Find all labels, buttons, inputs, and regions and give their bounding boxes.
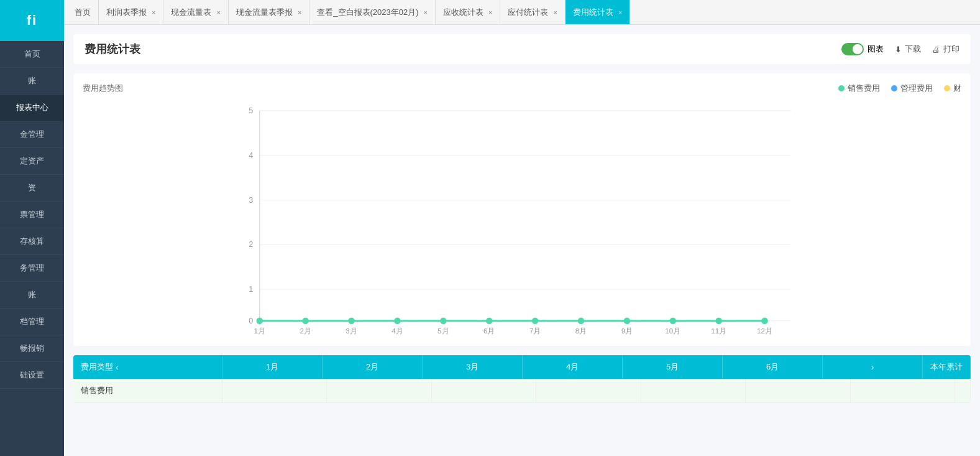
page-title: 费用统计表: [85, 42, 140, 57]
table-header-m6: 6月: [723, 355, 823, 379]
chart-toggle[interactable]: [841, 43, 864, 55]
svg-text:2: 2: [249, 240, 253, 249]
svg-point-23: [715, 317, 722, 324]
legend-admin-expense: 管理费用: [891, 83, 933, 94]
tab-close-payable[interactable]: ×: [553, 0, 557, 25]
table-cell-ytd: [955, 379, 971, 402]
table-cell-m2: [327, 379, 431, 402]
table-header-m4: 4月: [523, 355, 623, 379]
table-nav-prev[interactable]: ‹: [116, 362, 119, 372]
tab-cashflow[interactable]: 现金流量表 ×: [163, 0, 228, 25]
sidebar-item-finance[interactable]: 金管理: [0, 121, 64, 148]
tab-profit-quarterly[interactable]: 利润表季报 ×: [99, 0, 163, 25]
sidebar-item-expense[interactable]: 畅报销: [0, 335, 64, 362]
legend-label-sales: 销售费用: [848, 83, 880, 94]
svg-text:1: 1: [249, 285, 253, 294]
download-icon: ⬇: [895, 45, 902, 54]
table-nav-next-icon[interactable]: ›: [871, 362, 874, 372]
svg-text:1月: 1月: [254, 327, 265, 335]
svg-point-13: [257, 317, 263, 324]
chart-svg-container: 5 4 3 2 1 0: [83, 100, 961, 337]
svg-text:0: 0: [249, 317, 253, 325]
print-button[interactable]: 🖨 打印: [932, 44, 959, 55]
chart-toggle-wrap: 图表: [841, 43, 884, 55]
svg-point-14: [302, 317, 309, 324]
tab-blank-report[interactable]: 查看_空白报表(2023年02月) ×: [309, 0, 436, 25]
table-header-m1: 1月: [222, 355, 323, 379]
download-button[interactable]: ⬇ 下载: [895, 44, 921, 55]
tab-close-cashflow[interactable]: ×: [216, 0, 220, 25]
tab-close-cashflow-quarterly[interactable]: ×: [298, 0, 301, 25]
sidebar-logo: fi: [0, 0, 64, 41]
tab-payable[interactable]: 应付统计表 ×: [500, 0, 565, 25]
chart-card: 费用趋势图 销售费用 管理费用 财: [73, 73, 971, 346]
header-actions: 图表 ⬇ 下载 🖨 打印: [841, 43, 959, 55]
sidebar-item-service[interactable]: 务管理: [0, 255, 64, 282]
main-area: 首页 利润表季报 × 现金流量表 × 现金流量表季报 × 查看_空白报表(202…: [64, 0, 980, 456]
chart-toggle-label: 图表: [868, 44, 884, 55]
table-header-nav-next[interactable]: ›: [823, 355, 923, 379]
sidebar-item-reports[interactable]: 报表中心: [0, 95, 64, 121]
svg-text:2月: 2月: [300, 327, 311, 335]
tab-close-profit-quarterly[interactable]: ×: [152, 0, 155, 25]
sidebar-item-fixed-assets[interactable]: 定资产: [0, 148, 64, 175]
legend-finance-expense: 财: [944, 83, 961, 94]
tab-close-blank-report[interactable]: ×: [424, 0, 428, 25]
svg-text:10月: 10月: [665, 327, 680, 335]
legend-sales-expense: 销售费用: [838, 83, 880, 94]
svg-text:9月: 9月: [621, 327, 633, 335]
table-cell-m5: [641, 379, 746, 402]
print-icon: 🖨: [932, 45, 940, 54]
chart-header: 费用趋势图 销售费用 管理费用 财: [83, 83, 961, 94]
svg-point-16: [394, 317, 401, 324]
content-area: 费用统计表 图表 ⬇ 下载 🖨 打印 费用趋势图: [64, 25, 980, 456]
sidebar-item-inventory[interactable]: 存核算: [0, 228, 64, 255]
sidebar-item-invoice[interactable]: 票管理: [0, 202, 64, 228]
table-cell-m3: [432, 379, 536, 402]
tab-expense-stats[interactable]: 费用统计表 ×: [566, 0, 630, 25]
sidebar-item-archive[interactable]: 档管理: [0, 309, 64, 335]
svg-point-15: [348, 317, 355, 324]
svg-point-21: [624, 317, 631, 324]
table-header-m2: 2月: [323, 355, 423, 379]
svg-text:12月: 12月: [757, 327, 772, 335]
table-cell-nav: [851, 379, 955, 402]
sidebar-item-account[interactable]: 账: [0, 68, 64, 95]
svg-text:4: 4: [249, 151, 253, 160]
sidebar-item-capital[interactable]: 资: [0, 175, 64, 202]
sidebar-item-home[interactable]: 首页: [0, 41, 64, 68]
svg-text:8月: 8月: [575, 327, 587, 335]
page-header: 费用统计表 图表 ⬇ 下载 🖨 打印: [73, 34, 971, 64]
sidebar: fi 首页 账 报表中心 金管理 定资产 资 票管理 存核算 务管理 账 档管理…: [0, 0, 64, 456]
legend-label-finance: 财: [953, 83, 961, 94]
sidebar-item-settings[interactable]: 础设置: [0, 362, 64, 389]
table-header-m5: 5月: [623, 355, 723, 379]
legend-dot-admin: [891, 85, 897, 91]
svg-point-20: [578, 317, 585, 324]
table-cell-type: 销售费用: [73, 379, 222, 402]
tab-cashflow-quarterly[interactable]: 现金流量表季报 ×: [229, 0, 309, 25]
svg-point-24: [761, 317, 768, 324]
table-header-type: 费用类型 ‹: [73, 355, 222, 379]
svg-point-17: [440, 317, 447, 324]
svg-text:7月: 7月: [529, 327, 541, 335]
svg-point-18: [486, 317, 493, 324]
legend-label-admin: 管理费用: [900, 83, 933, 94]
tab-home[interactable]: 首页: [67, 0, 99, 25]
table-header-row: 费用类型 ‹ 1月 2月 3月 4月 5月: [73, 355, 971, 379]
svg-text:3月: 3月: [346, 327, 357, 335]
tab-receivable[interactable]: 应收统计表 ×: [436, 0, 500, 25]
chart-title: 费用趋势图: [83, 83, 123, 94]
sidebar-item-ledger[interactable]: 账: [0, 282, 64, 309]
expense-table: 费用类型 ‹ 1月 2月 3月 4月 5月: [73, 355, 971, 403]
svg-text:5: 5: [249, 106, 253, 115]
table-header-m3: 3月: [423, 355, 523, 379]
tab-close-receivable[interactable]: ×: [488, 0, 492, 25]
svg-text:5月: 5月: [437, 327, 449, 335]
table-cell-m1: [222, 379, 327, 402]
svg-text:11月: 11月: [711, 327, 726, 335]
tab-close-expense-stats[interactable]: ×: [618, 0, 622, 25]
svg-point-22: [670, 317, 677, 324]
tabs-bar: 首页 利润表季报 × 现金流量表 × 现金流量表季报 × 查看_空白报表(202…: [64, 0, 980, 25]
svg-point-19: [532, 317, 539, 324]
